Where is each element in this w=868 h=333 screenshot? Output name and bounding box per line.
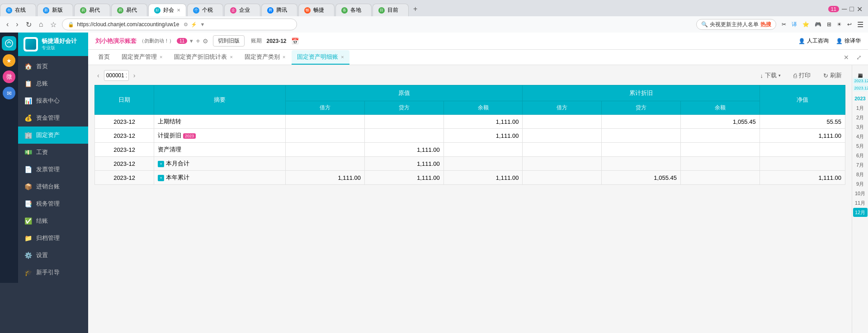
sidebar-subtitle: 专业版 (42, 45, 77, 51)
dropdown-icon[interactable]: ▼ (200, 22, 205, 27)
browser-tab-tab9[interactable]: 畅 畅捷 (298, 4, 335, 16)
period-start-date[interactable]: 2023.12 (853, 78, 868, 84)
sidebar-item-invoice[interactable]: 📄 发票管理 (18, 161, 88, 178)
sidebar-item-guide[interactable]: 🎓 新手引导 (18, 264, 88, 281)
calendar-icon[interactable]: 📅 (291, 38, 299, 45)
browser-tab-tab4[interactable]: 易 易代 (111, 4, 147, 16)
sidebar-item-report[interactable]: 📊 报表中心 (18, 92, 88, 109)
expand-tab-button[interactable]: ⤢ (854, 52, 863, 63)
home-button[interactable]: ⌂ (37, 19, 45, 30)
forward-button[interactable]: › (14, 19, 20, 30)
tab-close-tab5[interactable]: ✕ (177, 8, 180, 13)
tab-label-tab7: 企业 (239, 6, 255, 14)
quick-weibo-button[interactable]: 微 (3, 70, 15, 83)
month-item-1[interactable]: 1月 (853, 103, 868, 113)
account-note: （勿删勿动！） (139, 38, 174, 44)
month-item-2023[interactable]: 2023 (853, 94, 868, 103)
user-account-button[interactable]: 👤 徐译华 (836, 37, 861, 45)
customer-service-button[interactable]: 👤 人工咨询 (798, 37, 829, 45)
browser-tab-tab10[interactable]: 各 各地 (335, 4, 372, 16)
brightness-icon[interactable]: ☀ (837, 21, 842, 28)
browser-tab-tab3[interactable]: 易 易代 (74, 4, 110, 16)
game-icon[interactable]: 🎮 (815, 21, 821, 28)
browser-tab-tab6[interactable]: 个 个税 (187, 4, 223, 16)
month-item-6[interactable]: 6月 (853, 151, 868, 160)
quick-logo[interactable] (2, 36, 16, 51)
history-icon[interactable]: ↩ (847, 21, 852, 28)
page-tab-fixed_mgmt[interactable]: 固定资产管理 × (116, 50, 168, 65)
sidebar-item-home[interactable]: 🏠 首页 (18, 58, 88, 75)
page-tab-detail[interactable]: 固定资产明细账 × (292, 50, 349, 65)
quick-star-button[interactable]: ★ (3, 54, 15, 67)
grid-icon[interactable]: ⊞ (827, 21, 831, 28)
download-button[interactable]: ↓ 下载 ▾ (757, 70, 785, 81)
menu-icon[interactable]: ☰ (857, 20, 863, 29)
extension-3-icon[interactable]: ⭐ (802, 21, 809, 28)
month-item-8[interactable]: 8月 (853, 170, 868, 179)
close-page-tab-category[interactable]: × (283, 54, 285, 60)
address-bar-row: ‹ › ↻ ⌂ ☆ 🔒 https://cloud.chanjet.com/ac… (0, 16, 868, 33)
scissors-icon[interactable]: ✂ (782, 21, 786, 28)
browser-tab-tab1[interactable]: 在 在线 (0, 4, 36, 16)
browser-tab-tab8[interactable]: 腾 腾讯 (261, 4, 297, 16)
browser-tab-tab7[interactable]: 企 企业 (224, 4, 260, 16)
sidebar-item-settings[interactable]: ⚙️ 设置 (18, 247, 88, 264)
page-tab-depreciation[interactable]: 固定资产折旧统计表 × (169, 50, 238, 65)
month-item-3[interactable]: 3月 (853, 122, 868, 131)
window-close[interactable]: ✕ (857, 5, 863, 14)
window-maximize[interactable]: □ (849, 5, 854, 13)
quick-mail-button[interactable]: ✉ (3, 87, 15, 99)
reload-button[interactable]: ↻ (24, 19, 33, 31)
window-minimize[interactable]: ─ (842, 5, 847, 13)
sidebar-item-inventory[interactable]: 📦 进销台账 (18, 178, 88, 195)
cell-accum-balance (680, 129, 760, 143)
close-page-tab-detail[interactable]: × (341, 54, 344, 60)
main-content: 刘小艳演示账套 （勿删勿动！） 11 ▾ + ⚙ 切到旧版 账期 2023-12… (88, 33, 868, 333)
page-tab-category[interactable]: 固定资产类别 × (239, 50, 291, 65)
month-item-4[interactable]: 4月 (853, 132, 868, 141)
sidebar-title-area: 畅捷通好会计 专业版 (42, 38, 77, 52)
notification-badge[interactable]: 11 (177, 38, 187, 44)
sidebar-item-fixed[interactable]: 🏢 固定资产 (18, 127, 88, 144)
page-number-input[interactable] (104, 70, 129, 81)
sidebar-item-archive[interactable]: 📁 归档管理 (18, 230, 88, 247)
page-tab-home[interactable]: 首页 (93, 50, 115, 65)
month-item-10[interactable]: 10月 (853, 189, 868, 198)
sidebar-item-fund[interactable]: 💰 资金管理 (18, 109, 88, 127)
month-item-5[interactable]: 5月 (853, 141, 868, 150)
month-item-2[interactable]: 2月 (853, 113, 868, 122)
sidebar-item-salary[interactable]: 💵 工资 (18, 144, 88, 161)
cell-orig-balance (443, 157, 523, 171)
sidebar-item-ledger[interactable]: 📋 总账 (18, 75, 88, 92)
close-page-tab-fixed_mgmt[interactable]: × (160, 54, 162, 60)
print-button[interactable]: ⎙ 打印 (790, 70, 814, 81)
col-accum-debit-header: 借方 (523, 101, 602, 115)
add-account-icon[interactable]: + (196, 37, 200, 45)
back-button[interactable]: ‹ (5, 19, 10, 30)
browser-search-bar[interactable]: 🔍 央视更新主持人名单 热搜 (696, 19, 776, 30)
month-item-11[interactable]: 11月 (853, 198, 868, 207)
prev-page-button[interactable]: ‹ (94, 71, 102, 80)
settings-icon[interactable]: ⚙ (203, 38, 208, 45)
cell-net-value (760, 157, 845, 171)
switch-to-old-version-button[interactable]: 切到旧版 (213, 35, 245, 47)
browser-tab-tab5[interactable]: 好 好会 ✕ (148, 4, 186, 16)
new-tab-button[interactable]: + (409, 2, 422, 16)
translate-icon[interactable]: 译 (792, 21, 797, 28)
period-end-date[interactable]: 2023.12 (853, 85, 868, 91)
address-bar[interactable]: 🔒 https://cloud.chanjet.com/accounting/u… (62, 19, 297, 30)
cell-net-value: 1,111.00 (760, 129, 845, 143)
browser-tab-tab11[interactable]: 目 目前 (373, 4, 409, 16)
sidebar-item-tax[interactable]: 📑 税务管理 (18, 195, 88, 212)
refresh-button[interactable]: ↻ 刷新 (820, 70, 845, 81)
month-item-7[interactable]: 7月 (853, 160, 868, 169)
dropdown-arrow-icon[interactable]: ▾ (190, 38, 193, 44)
close-tab-button[interactable]: ✕ (842, 52, 851, 63)
bookmark-button[interactable]: ☆ (48, 19, 58, 31)
browser-tab-tab2[interactable]: 新 新版 (37, 4, 73, 16)
next-page-button[interactable]: › (131, 71, 138, 80)
close-page-tab-depreciation[interactable]: × (230, 54, 232, 60)
sidebar-item-settlement[interactable]: ✅ 结账 (18, 212, 88, 230)
month-item-9[interactable]: 9月 (853, 179, 868, 188)
month-item-12[interactable]: 12月 (853, 208, 868, 217)
